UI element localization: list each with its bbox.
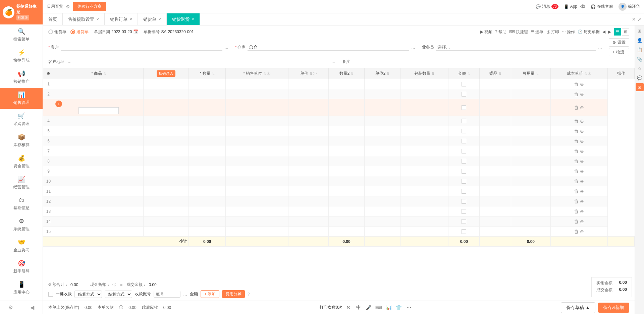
row-copy-12[interactable]: ⊕ bbox=[580, 199, 584, 204]
row-price-15[interactable] bbox=[226, 227, 288, 237]
sidebar-item-system[interactable]: ⚙系统管理 bbox=[0, 214, 43, 235]
row-delete-7[interactable]: 🗑 bbox=[574, 148, 579, 154]
salesperson-input[interactable] bbox=[436, 44, 596, 51]
row-qty-5[interactable] bbox=[144, 126, 189, 136]
row-amount-2[interactable] bbox=[400, 89, 448, 99]
warehouse-select-icon[interactable]: … bbox=[411, 45, 415, 50]
row-unit-12[interactable] bbox=[189, 196, 226, 206]
row-delete-8[interactable]: 🗑 bbox=[574, 159, 579, 164]
row-cost-8[interactable] bbox=[511, 156, 550, 166]
row-price-4[interactable] bbox=[226, 116, 288, 126]
row-pack-qty-9[interactable] bbox=[365, 166, 400, 176]
row-qty2-15[interactable] bbox=[288, 227, 328, 237]
sidebar-settings-icon[interactable]: ⚙ bbox=[8, 304, 13, 311]
row-copy-8[interactable]: ⊕ bbox=[580, 159, 584, 164]
row-copy-11[interactable]: ⊕ bbox=[580, 189, 584, 194]
toolbar-operation[interactable]: ⋯ 操作 bbox=[562, 29, 575, 35]
row-pack-qty-8[interactable] bbox=[365, 156, 400, 166]
row-qty2-1[interactable] bbox=[288, 79, 328, 89]
row-pack-qty-7[interactable] bbox=[365, 146, 400, 156]
row-product-9[interactable] bbox=[54, 166, 144, 176]
tab-close-sales[interactable]: ✕ bbox=[158, 17, 161, 21]
row-delete-5[interactable]: 🗑 bbox=[574, 128, 579, 134]
toolbar-nav-next[interactable]: ▶ bbox=[608, 29, 611, 34]
row-pack-qty-13[interactable] bbox=[365, 206, 400, 216]
row-qty2-8[interactable] bbox=[288, 156, 328, 166]
tab-sales[interactable]: 销货单✕ bbox=[138, 13, 167, 25]
toolbar-help[interactable]: ? 帮助 bbox=[495, 29, 506, 35]
note-input[interactable] bbox=[352, 58, 629, 65]
row-available-10[interactable] bbox=[480, 176, 511, 186]
row-unit2-3[interactable] bbox=[328, 99, 364, 116]
scan-button[interactable]: 扫码录入 bbox=[157, 70, 175, 77]
row-unit-13[interactable] bbox=[189, 206, 226, 216]
row-delete-6[interactable]: 🗑 bbox=[574, 138, 579, 144]
tool-icon-keyboard[interactable]: ⌨ bbox=[375, 304, 382, 311]
row-copy-4[interactable]: ⊕ bbox=[580, 118, 584, 124]
row-gift-11[interactable] bbox=[448, 186, 480, 196]
tool-icon-s[interactable]: S bbox=[345, 304, 352, 311]
sort-gift-icon[interactable]: ⇅ bbox=[499, 72, 501, 75]
row-qty-11[interactable] bbox=[144, 186, 189, 196]
row-gift-10[interactable] bbox=[448, 176, 480, 186]
row-copy-9[interactable]: ⊕ bbox=[580, 169, 584, 174]
row-unit-14[interactable] bbox=[189, 216, 226, 227]
row-cost-2[interactable] bbox=[511, 89, 550, 99]
tool-icon-extra[interactable]: ⋯ bbox=[405, 304, 413, 311]
row-cost-1[interactable] bbox=[511, 79, 550, 89]
row-available-9[interactable] bbox=[480, 166, 511, 176]
row-qty2-5[interactable] bbox=[288, 126, 328, 136]
account-select-icon[interactable]: … bbox=[183, 292, 187, 297]
row-copy-3[interactable]: ⊕ bbox=[580, 105, 584, 110]
sidebar-item-finance[interactable]: 💰资金管理 bbox=[0, 151, 43, 172]
row-copy-2[interactable]: ⊕ bbox=[580, 91, 584, 97]
row-product-15[interactable] bbox=[54, 227, 144, 237]
row-copy-10[interactable]: ⊕ bbox=[580, 179, 584, 184]
row-price-5[interactable] bbox=[226, 126, 288, 136]
sidebar-item-apps[interactable]: 📱应用中心 bbox=[0, 277, 43, 299]
row-amount-4[interactable] bbox=[400, 116, 448, 126]
row-copy-5[interactable]: ⊕ bbox=[580, 128, 584, 134]
row-delete-10[interactable]: 🗑 bbox=[574, 179, 579, 184]
close-all-icon[interactable]: ✕ bbox=[632, 17, 636, 22]
row-product-10[interactable] bbox=[54, 176, 144, 186]
row-pack-qty-6[interactable] bbox=[365, 136, 400, 146]
row-pack-qty-15[interactable] bbox=[365, 227, 400, 237]
row-copy-7[interactable]: ⊕ bbox=[580, 148, 584, 154]
row-price-10[interactable] bbox=[226, 176, 288, 186]
toolbar-video[interactable]: ▶ 视频 bbox=[480, 29, 492, 35]
row-unit2-1[interactable] bbox=[328, 79, 364, 89]
gift-cb-6[interactable] bbox=[462, 139, 466, 143]
add-row-btn[interactable]: + bbox=[55, 101, 62, 107]
row-gift-12[interactable] bbox=[448, 196, 480, 206]
row-qty2-3[interactable] bbox=[288, 99, 328, 116]
row-qty-8[interactable] bbox=[144, 156, 189, 166]
row-delete-15[interactable]: 🗑 bbox=[574, 229, 579, 234]
radio-return[interactable]: 退货单 bbox=[70, 29, 89, 35]
gift-cb-10[interactable] bbox=[462, 179, 466, 184]
sort-unit-icon[interactable]: ⇅ bbox=[263, 72, 266, 75]
row-qty-3[interactable] bbox=[144, 99, 189, 116]
row-qty-1[interactable] bbox=[144, 79, 189, 89]
row-gift-1[interactable] bbox=[448, 79, 480, 89]
row-available-1[interactable] bbox=[480, 79, 511, 89]
customer-input[interactable] bbox=[61, 44, 222, 51]
calendar-icon[interactable]: 📅 bbox=[133, 29, 138, 34]
row-unit2-2[interactable] bbox=[328, 89, 364, 99]
row-product-11[interactable] bbox=[54, 186, 144, 196]
row-product-1[interactable] bbox=[54, 79, 144, 89]
gift-cb-12[interactable] bbox=[462, 199, 466, 204]
tool-icon-table[interactable]: 📊 bbox=[385, 304, 392, 311]
row-product-2[interactable] bbox=[54, 89, 144, 99]
row-price-6[interactable] bbox=[226, 136, 288, 146]
sidebar-collapse-icon[interactable]: ◀ bbox=[30, 304, 34, 311]
row-qty-2[interactable] bbox=[144, 89, 189, 99]
gift-cb-13[interactable] bbox=[462, 209, 466, 214]
sort-cost-icon[interactable]: ⇅ bbox=[584, 72, 587, 75]
row-product-6[interactable] bbox=[54, 136, 144, 146]
sidebar-item-inventory[interactable]: 📦库存核算 bbox=[0, 130, 43, 151]
row-copy-6[interactable]: ⊕ bbox=[580, 138, 584, 144]
row-qty-13[interactable] bbox=[144, 206, 189, 216]
tool-icon-zh[interactable]: 中 bbox=[355, 304, 362, 311]
row-available-15[interactable] bbox=[480, 227, 511, 237]
